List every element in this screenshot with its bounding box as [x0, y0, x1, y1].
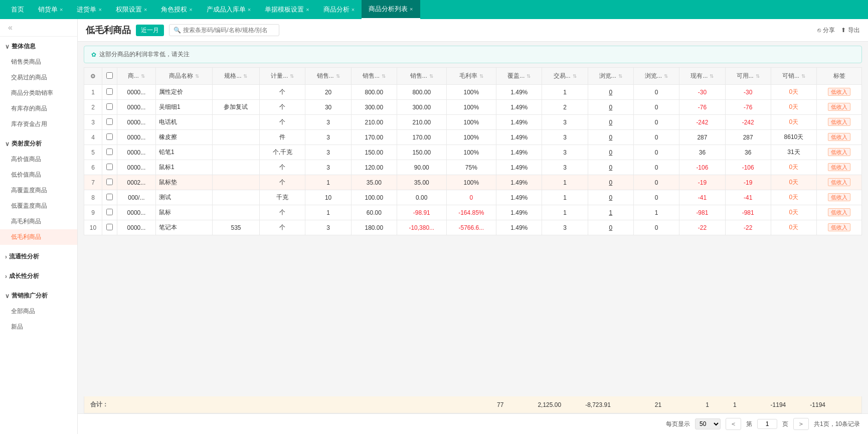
sidebar-item-sales-goods[interactable]: 销售类商品 [0, 54, 77, 70]
sidebar-section-analysis-header[interactable]: ∨ 类射度分析 [0, 136, 77, 152]
row-tag: 低收入 [817, 220, 862, 235]
row-checkbox[interactable] [106, 88, 113, 95]
date-filter-button[interactable]: 近一月 [136, 25, 164, 36]
sidebar-section-overview-header[interactable]: ∨ 整体信息 [0, 39, 77, 54]
next-page-button[interactable]: ＞ [793, 418, 809, 430]
collapse-sidebar-btn[interactable]: « [5, 23, 16, 32]
row-view1[interactable]: 0 [588, 145, 633, 160]
close-product-warehouse[interactable]: × [248, 0, 251, 19]
export-button[interactable]: ⬆ 导出 [841, 26, 860, 35]
row-view1[interactable]: 0 [588, 190, 633, 205]
row-view1[interactable]: 0 [588, 175, 633, 190]
row-checkbox-cell[interactable] [102, 85, 117, 100]
section-arrow-growth: › [5, 273, 7, 280]
close-purchase-order[interactable]: × [98, 0, 101, 19]
row-checkbox-cell[interactable] [102, 100, 117, 115]
nav-product-warehouse[interactable]: 产成品入库单 × [200, 0, 258, 19]
row-sale-price: 60.00 [351, 205, 397, 220]
row-checkbox-cell[interactable] [102, 130, 117, 145]
row-checkbox[interactable] [106, 118, 113, 125]
sidebar-item-stocked-goods[interactable]: 有库存的商品 [0, 101, 77, 116]
row-name: 鼠标垫 [155, 175, 212, 190]
row-checkbox-cell[interactable] [102, 145, 117, 160]
table-row: 9 0000... 鼠标 个 1 60.00 -98.91 -164.85% 1… [84, 205, 862, 220]
close-product-analysis[interactable]: × [352, 0, 355, 19]
sidebar-item-high-value[interactable]: 高价值商品 [0, 152, 77, 167]
row-view1[interactable]: 1 [588, 205, 633, 220]
sidebar-item-high-coverage[interactable]: 高覆盖度商品 [0, 183, 77, 198]
row-view1[interactable]: 0 [588, 130, 633, 145]
nav-product-analysis[interactable]: 商品分析 × [316, 0, 362, 19]
col-name: 商品名称⇅ [155, 68, 212, 85]
row-coverage: 1.49% [496, 190, 542, 205]
col-settings[interactable]: ⚙ [84, 68, 102, 85]
sidebar-section-growth-header[interactable]: › 成长性分析 [0, 268, 77, 284]
row-view1[interactable]: 0 [588, 160, 633, 175]
col-checkbox[interactable] [102, 68, 117, 85]
row-checkbox-cell[interactable] [102, 115, 117, 130]
per-page-select[interactable]: 50 100 200 [695, 418, 721, 429]
search-input[interactable] [183, 27, 273, 34]
row-tag: 低收入 [817, 85, 862, 100]
row-checkbox[interactable] [106, 224, 113, 230]
row-checkbox-cell[interactable] [102, 205, 117, 220]
row-checkbox[interactable] [106, 103, 113, 110]
row-checkbox[interactable] [106, 179, 113, 185]
nav-template-settings[interactable]: 单据模板设置 × [258, 0, 316, 19]
select-all-checkbox[interactable] [106, 72, 113, 79]
row-code: 0000... [117, 85, 156, 100]
row-gross-rate: 100% [446, 175, 496, 190]
share-button[interactable]: ⎋ 分享 [817, 26, 835, 35]
row-checkbox-cell[interactable] [102, 220, 117, 235]
nav-product-analysis-list[interactable]: 商品分析列表 × [362, 0, 420, 19]
sidebar-item-low-value[interactable]: 低价值商品 [0, 167, 77, 183]
row-checkbox[interactable] [106, 164, 113, 170]
row-checkbox[interactable] [106, 209, 113, 215]
row-code: 0000... [117, 205, 156, 220]
page-input[interactable] [757, 419, 777, 429]
row-sale-amount: 210.00 [397, 115, 447, 130]
row-sale-qty: 10 [305, 190, 351, 205]
row-checkbox-cell[interactable] [102, 175, 117, 190]
row-checkbox-cell[interactable] [102, 160, 117, 175]
nav-purchase-order[interactable]: 进货单 × [70, 0, 108, 19]
row-spec [212, 205, 259, 220]
row-view1[interactable]: 0 [588, 115, 633, 130]
close-sales-order[interactable]: × [60, 0, 63, 19]
row-current-stock: -22 [679, 220, 725, 235]
col-tag: 标签 [817, 68, 862, 85]
close-template-settings[interactable]: × [306, 0, 309, 19]
nav-permissions[interactable]: 权限设置 × [109, 0, 154, 19]
sidebar-section-marketing-header[interactable]: ∨ 营销推广分析 [0, 288, 77, 304]
row-no: 1 [84, 85, 102, 100]
sidebar-item-all-goods[interactable]: 全部商品 [0, 304, 77, 319]
sidebar-item-high-margin[interactable]: 高毛利商品 [0, 214, 77, 229]
row-name: 鼠标1 [155, 160, 212, 175]
sidebar-section-liquidity-header[interactable]: › 流通性分析 [0, 249, 77, 264]
row-view1[interactable]: 0 [588, 220, 633, 235]
row-spec: 535 [212, 220, 259, 235]
row-checkbox-cell[interactable] [102, 190, 117, 205]
nav-sales-order[interactable]: 销货单 × [31, 0, 70, 19]
sidebar-item-low-coverage[interactable]: 低覆盖度商品 [0, 198, 77, 214]
sidebar-item-low-margin[interactable]: 低毛利商品 [0, 229, 77, 245]
close-role-auth[interactable]: × [189, 0, 192, 19]
row-view1[interactable]: 0 [588, 85, 633, 100]
row-gross-rate: 75% [446, 160, 496, 175]
sidebar-item-goods-sales-rate[interactable]: 商品分类助销率 [0, 85, 77, 101]
sidebar-item-new-goods[interactable]: 新品 [0, 319, 77, 335]
prev-page-button[interactable]: ＜ [726, 418, 741, 430]
nav-home[interactable]: 首页 [4, 0, 31, 19]
footer-label: 合计： [90, 400, 108, 409]
row-unit: 件 [260, 130, 305, 145]
row-checkbox[interactable] [106, 133, 113, 140]
sidebar-item-inventory-capital[interactable]: 库存资金占用 [0, 116, 77, 132]
close-product-analysis-list[interactable]: × [410, 0, 413, 19]
row-view1[interactable]: 0 [588, 100, 633, 115]
close-permissions[interactable]: × [144, 0, 147, 19]
row-checkbox[interactable] [106, 149, 113, 155]
sidebar-item-traded-goods[interactable]: 交易过的商品 [0, 70, 77, 85]
row-no: 8 [84, 190, 102, 205]
row-checkbox[interactable] [106, 194, 113, 200]
nav-role-auth[interactable]: 角色授权 × [154, 0, 199, 19]
